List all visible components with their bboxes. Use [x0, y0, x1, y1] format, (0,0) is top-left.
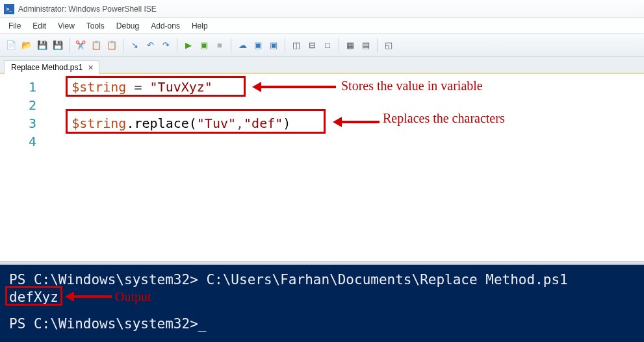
window-title: Administrator: Windows PowerShell ISE — [18, 5, 157, 14]
run-icon[interactable]: ▶ — [181, 38, 196, 53]
layout1-icon[interactable]: ◫ — [289, 38, 303, 53]
clear-icon[interactable]: ↘ — [127, 38, 142, 53]
toolbar-separator — [377, 38, 378, 53]
copy-icon[interactable]: 📋 — [89, 38, 103, 53]
highlight-box — [5, 286, 62, 306]
prompt-text: PS C:\Windows\system32> — [9, 272, 206, 287]
annotation-text: Output — [115, 288, 151, 306]
stop-icon[interactable]: ■ — [213, 38, 227, 53]
open-file-icon[interactable]: 📂 — [19, 38, 34, 53]
redo-icon[interactable]: ↷ — [159, 38, 173, 53]
save-icon[interactable]: 💾 — [35, 38, 49, 53]
tab-bar: Replace Method.ps1 ✕ — [0, 57, 644, 74]
toolbar-separator — [123, 38, 123, 53]
menu-addons[interactable]: Add-ons — [145, 20, 186, 32]
save-all-icon[interactable]: 💾 — [51, 38, 65, 53]
editor[interactable]: 1 2 3 4 $string = "TuvXyz" $string.repla… — [0, 74, 644, 261]
gutter: 1 2 3 4 — [0, 74, 48, 261]
annotation-text: Stores the value in variable — [341, 79, 483, 93]
prompt-text: PS C:\Windows\system32> — [9, 316, 198, 332]
layout2-icon[interactable]: ⊟ — [305, 38, 319, 53]
code-line — [48, 132, 644, 151]
toolbar-separator — [285, 38, 285, 53]
highlight-box — [66, 76, 246, 97]
menu-help[interactable]: Help — [186, 20, 214, 32]
line-number: 2 — [0, 96, 36, 114]
command-text: C:\Users\Farhan\Documents\Replace Method… — [206, 272, 567, 287]
titlebar: >_ Administrator: Windows PowerShell ISE — [0, 0, 644, 18]
menu-file[interactable]: File — [3, 20, 27, 32]
powershell-tab-icon[interactable]: ▣ — [266, 38, 281, 53]
console-line: PS C:\Windows\system32>_ — [9, 315, 635, 333]
paste-icon[interactable]: 📋 — [105, 38, 119, 53]
toolbar-separator — [231, 38, 231, 53]
arrow-icon — [65, 291, 112, 302]
cursor: _ — [198, 316, 207, 332]
new-file-icon[interactable]: 📄 — [4, 38, 18, 53]
toolbar: 📄 📂 💾 💾 ✂️ 📋 📋 ↘ ↶ ↷ ▶ ▣ ■ ☁ ▣ ▣ ◫ ⊟ □ ▦… — [0, 34, 644, 57]
run-selection-icon[interactable]: ▣ — [197, 38, 211, 53]
arrow-icon — [252, 82, 336, 92]
toolbar-separator — [69, 38, 70, 53]
line-number: 1 — [0, 78, 36, 96]
tab-label: Replace Method.ps1 — [11, 63, 83, 72]
line-number: 3 — [0, 114, 36, 132]
line-number: 4 — [0, 132, 36, 151]
toolbar-separator — [177, 38, 177, 53]
menu-view[interactable]: View — [52, 20, 81, 32]
command-addon-icon[interactable]: ▦ — [343, 38, 357, 53]
menu-debug[interactable]: Debug — [110, 20, 145, 32]
tab-file[interactable]: Replace Method.ps1 ✕ — [4, 60, 99, 74]
layout3-icon[interactable]: □ — [320, 38, 335, 53]
close-icon[interactable]: ✕ — [88, 64, 94, 72]
toolbar-separator — [339, 38, 339, 53]
highlight-box — [66, 109, 326, 134]
app-icon: >_ — [4, 4, 14, 14]
menu-edit[interactable]: Edit — [27, 20, 52, 32]
show-command-icon[interactable]: ▤ — [359, 38, 373, 53]
menu-bar: File Edit View Tools Debug Add-ons Help — [0, 18, 644, 34]
annotation-text: Replaces the characters — [383, 111, 505, 126]
cut-icon[interactable]: ✂️ — [73, 38, 88, 53]
console-pane[interactable]: PS C:\Windows\system32> C:\Users\Farhan\… — [0, 265, 644, 342]
console-line: PS C:\Windows\system32> C:\Users\Farhan\… — [9, 271, 635, 289]
options-icon[interactable]: ◱ — [381, 38, 396, 53]
code-area[interactable]: $string = "TuvXyz" $string.replace("Tuv"… — [48, 74, 644, 261]
menu-tools[interactable]: Tools — [81, 20, 110, 32]
remote-icon[interactable]: ☁ — [235, 38, 250, 53]
arrow-icon — [333, 117, 380, 127]
new-remote-icon[interactable]: ▣ — [251, 38, 265, 53]
undo-icon[interactable]: ↶ — [143, 38, 157, 53]
